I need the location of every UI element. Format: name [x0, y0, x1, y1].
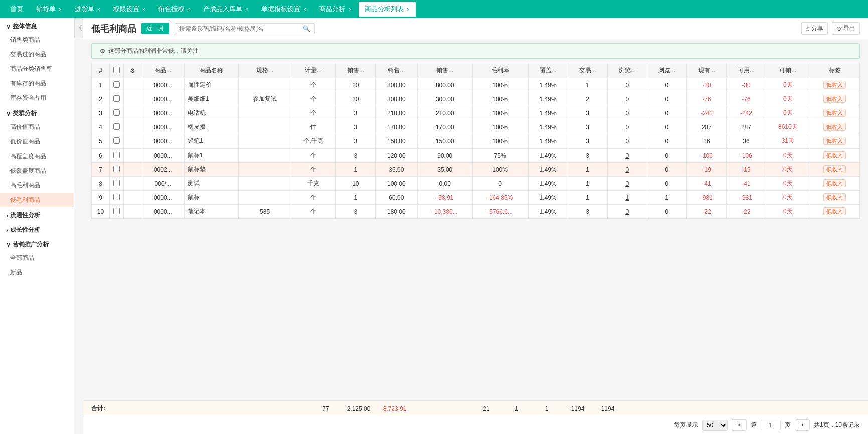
cell-browse1[interactable]: 0	[607, 177, 647, 191]
table-row: 5 0000... 铅笔1 个,千克 3 150.00 150.00 100% …	[92, 134, 860, 149]
cell-code: 0000...	[142, 191, 184, 205]
col-header-sellable: 可销...	[766, 63, 810, 78]
nav-role-close[interactable]: ×	[188, 7, 191, 12]
cell-browse1[interactable]: 0	[607, 78, 647, 92]
nav-analysis-list[interactable]: 商品分析列表×	[359, 2, 416, 17]
nav-product-close[interactable]: ×	[245, 7, 248, 12]
sidebar-item-category-rate[interactable]: 商品分类销售率	[0, 62, 74, 76]
date-filter-btn[interactable]: 近一月	[141, 23, 169, 34]
cell-checkbox[interactable]	[110, 149, 124, 163]
cell-current: -106	[686, 149, 726, 163]
cell-checkbox[interactable]	[110, 78, 124, 92]
cell-cover: 1.49%	[528, 149, 568, 163]
cell-trade: 3	[568, 120, 607, 134]
cell-tag: 低收入	[810, 78, 859, 92]
prev-page-btn[interactable]: ＜	[732, 419, 747, 431]
nav-permission[interactable]: 权限设置×	[107, 2, 151, 17]
sidebar-group-overall[interactable]: ∨ 整体信息	[0, 18, 74, 33]
select-all-checkbox[interactable]	[113, 67, 120, 73]
sidebar-collapse-btn[interactable]: 《	[74, 18, 83, 38]
cell-spec	[239, 177, 291, 191]
nav-analysis[interactable]: 商品分析×	[313, 2, 358, 17]
page-number-input[interactable]	[761, 420, 781, 430]
cell-sales1: 3	[335, 205, 375, 219]
per-page-select[interactable]: 50 20 100	[702, 420, 728, 431]
cell-sales3: 170.00	[417, 120, 472, 134]
nav-sales-close[interactable]: ×	[59, 7, 62, 12]
cell-browse1[interactable]: 0	[607, 106, 647, 120]
cell-checkbox[interactable]	[110, 177, 124, 191]
export-btn[interactable]: ⊙ 导出	[832, 22, 860, 35]
sidebar-item-high-coverage[interactable]: 高覆盖度商品	[0, 149, 74, 164]
nav-purchase[interactable]: 进货单×	[69, 2, 106, 17]
sidebar-item-in-stock[interactable]: 有库存的商品	[0, 76, 74, 91]
col-header-browse1: 浏览...	[607, 63, 647, 78]
cell-checkbox[interactable]	[110, 163, 124, 177]
page-label: 第	[751, 421, 757, 429]
sidebar-item-low-value[interactable]: 低价值商品	[0, 134, 74, 149]
cell-no: 5	[92, 134, 110, 149]
nav-analysis-list-close[interactable]: ×	[407, 7, 410, 12]
nav-sales[interactable]: 销货单×	[30, 2, 68, 17]
table-header-row: # ⚙ 商品... 商品名称 规格... 计量... 销售... 销售... 销…	[92, 63, 860, 78]
cell-browse1[interactable]: 0	[607, 163, 647, 177]
cell-browse1[interactable]: 0	[607, 205, 647, 219]
cell-sales2: 60.00	[375, 191, 417, 205]
sidebar-item-sales-goods[interactable]: 销售类商品	[0, 33, 74, 47]
cell-code: 0000...	[142, 134, 184, 149]
sidebar-item-traded-goods[interactable]: 交易过的商品	[0, 47, 74, 62]
sidebar-group-marketing[interactable]: ∨ 营销推广分析	[0, 236, 74, 251]
sidebar-item-high-value[interactable]: 高价值商品	[0, 120, 74, 134]
col-header-code: 商品...	[142, 63, 184, 78]
cell-checkbox[interactable]	[110, 191, 124, 205]
collapse-arrow-liquidity: ›	[6, 212, 8, 219]
sidebar-item-low-coverage[interactable]: 低覆盖度商品	[0, 164, 74, 178]
cell-cover: 1.49%	[528, 205, 568, 219]
cell-browse1[interactable]: 0	[607, 149, 647, 163]
cell-current: 287	[686, 120, 726, 134]
cell-current: -19	[686, 163, 726, 177]
cell-browse1[interactable]: 0	[607, 120, 647, 134]
cell-sales2: 35.00	[375, 163, 417, 177]
sidebar-item-low-margin[interactable]: 低毛利商品	[0, 193, 74, 207]
nav-product-entry[interactable]: 产成品入库单×	[197, 2, 254, 17]
cell-browse1[interactable]: 1	[607, 191, 647, 205]
per-page-label: 每页显示	[674, 421, 698, 429]
sidebar-item-high-margin[interactable]: 高毛利商品	[0, 178, 74, 193]
cell-checkbox[interactable]	[110, 205, 124, 219]
next-page-btn[interactable]: ＞	[795, 419, 810, 431]
cell-avail: -41	[726, 177, 766, 191]
cell-checkbox[interactable]	[110, 106, 124, 120]
cell-sellable: 0天	[766, 149, 810, 163]
total-current: -1194	[562, 405, 592, 412]
nav-home[interactable]: 首页	[4, 2, 29, 17]
cell-browse2: 0	[647, 163, 686, 177]
nav-analysis-close[interactable]: ×	[349, 7, 352, 12]
cell-checkbox[interactable]	[110, 120, 124, 134]
search-input[interactable]	[179, 25, 300, 32]
cell-current: -30	[686, 78, 726, 92]
sidebar-group-cluster[interactable]: ∨ 类群分析	[0, 105, 74, 120]
cell-code: 0000...	[142, 106, 184, 120]
cell-browse1[interactable]: 0	[607, 92, 647, 106]
cell-checkbox[interactable]	[110, 134, 124, 149]
nav-permission-close[interactable]: ×	[142, 7, 145, 12]
sidebar-group-growth[interactable]: › 成长性分析	[0, 222, 74, 236]
sidebar-item-capital[interactable]: 库存资金占用	[0, 91, 74, 105]
sidebar-item-all-goods[interactable]: 全部商品	[0, 251, 74, 265]
cell-browse1[interactable]: 0	[607, 134, 647, 149]
cell-cover: 1.49%	[528, 78, 568, 92]
nav-template[interactable]: 单据模板设置×	[255, 2, 312, 17]
sidebar-group-liquidity[interactable]: › 流通性分析	[0, 207, 74, 222]
nav-role[interactable]: 角色授权×	[152, 2, 197, 17]
nav-purchase-close[interactable]: ×	[97, 7, 100, 12]
share-btn[interactable]: ⎋ 分享	[801, 22, 828, 35]
sidebar-item-new-goods[interactable]: 新品	[0, 265, 74, 280]
content-area: 低毛利商品 近一月 🔍 ⎋ 分享 ⊙ 导出 ⚙ 这部分商品的利润非常低，请关注	[83, 18, 868, 434]
col-header-checkbox[interactable]	[110, 63, 124, 78]
cell-checkbox[interactable]	[110, 92, 124, 106]
col-header-gear[interactable]: ⚙	[124, 63, 142, 78]
search-icon[interactable]: 🔍	[303, 25, 310, 32]
nav-template-close[interactable]: ×	[303, 7, 306, 12]
col-header-current: 现有...	[686, 63, 726, 78]
